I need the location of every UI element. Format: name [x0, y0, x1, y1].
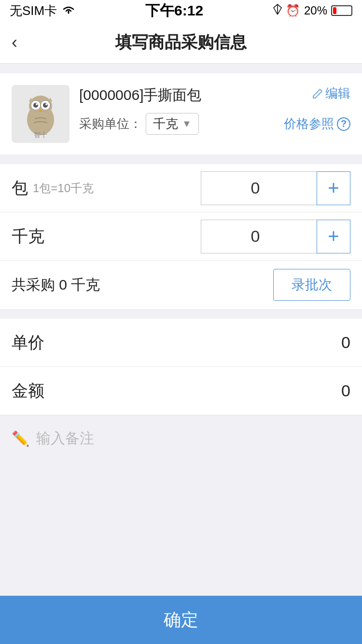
input-section: 包 1包=10千克 + 千克 + 共采购 0 千克 录批次 [0, 164, 362, 309]
edit-button[interactable]: 编辑 [312, 85, 350, 102]
page-title: 填写商品采购信息 [115, 31, 247, 54]
empty-content-area [0, 462, 362, 616]
product-header: [0000006]手撕面包 编辑 [79, 85, 350, 105]
price-section: 单价 0 金额 0 [0, 319, 362, 415]
svg-point-7 [43, 103, 48, 108]
status-time: 下午6:12 [145, 1, 203, 21]
summary-row: 共采购 0 千克 录批次 [0, 261, 362, 309]
kg-quantity-input[interactable] [201, 220, 317, 253]
notes-area[interactable]: ✏️ 输入备注 [0, 415, 362, 462]
kg-input-row: 千克 + [0, 212, 362, 261]
svg-point-6 [33, 103, 38, 108]
amount-row: 金额 0 [0, 367, 362, 415]
unit-price-value: 0 [341, 333, 350, 352]
wifi-icon [62, 3, 75, 18]
nav-bar: ‹ 填写商品采购信息 [0, 21, 362, 64]
product-card: 智十 [0000006]手撕面包 编辑 采购单位： 千克 ▼ 价格参照 [0, 73, 362, 154]
unit-price-row: 单价 0 [0, 319, 362, 367]
pencil-icon: ✏️ [12, 430, 29, 447]
notes-placeholder: 输入备注 [36, 429, 94, 448]
svg-point-8 [36, 103, 38, 105]
back-button[interactable]: ‹ [12, 32, 17, 53]
battery-icon [331, 5, 352, 16]
amount-value: 0 [341, 381, 350, 400]
unit-select[interactable]: 千克 ▼ [146, 113, 199, 135]
info-icon: ? [337, 117, 350, 131]
bag-hint: 1包=10千克 [33, 181, 94, 196]
alarm-icon: ⏰ [286, 4, 300, 17]
amount-label: 金额 [12, 380, 44, 402]
section-divider-1 [0, 154, 362, 164]
kg-input-controls: + [201, 220, 350, 253]
kg-plus-button[interactable]: + [317, 220, 350, 253]
bag-label: 包 1包=10千克 [12, 177, 94, 199]
summary-text: 共采购 0 千克 [12, 275, 100, 295]
carrier-text: 无SIM卡 [10, 2, 57, 19]
bag-quantity-input[interactable] [201, 171, 317, 205]
bag-input-controls: + [201, 171, 350, 205]
battery-percent: 20% [304, 4, 327, 17]
record-batch-button[interactable]: 录批次 [273, 269, 350, 301]
bag-plus-button[interactable]: + [317, 171, 350, 205]
section-divider-2 [0, 309, 362, 319]
product-image: 智十 [12, 85, 70, 143]
price-reference-button[interactable]: 价格参照 ? [284, 115, 350, 132]
status-left: 无SIM卡 [10, 2, 75, 19]
location-icon [273, 4, 282, 17]
status-right: ⏰ 20% [273, 4, 352, 17]
status-bar: 无SIM卡 下午6:12 ⏰ 20% [0, 0, 362, 21]
dropdown-arrow-icon: ▼ [182, 118, 192, 129]
product-name: [0000006]手撕面包 [79, 85, 201, 105]
kg-label: 千克 [12, 225, 44, 248]
svg-point-9 [45, 103, 47, 105]
unit-price-label: 单价 [12, 332, 44, 354]
svg-text:智十: 智十 [34, 131, 47, 139]
confirm-button[interactable]: 确定 [0, 596, 362, 644]
bag-input-row: 包 1包=10千克 + [0, 164, 362, 212]
unit-label: 采购单位： [79, 115, 142, 132]
product-info: [0000006]手撕面包 编辑 采购单位： 千克 ▼ 价格参照 ? [79, 85, 350, 135]
product-unit-row: 采购单位： 千克 ▼ 价格参照 ? [79, 113, 350, 135]
